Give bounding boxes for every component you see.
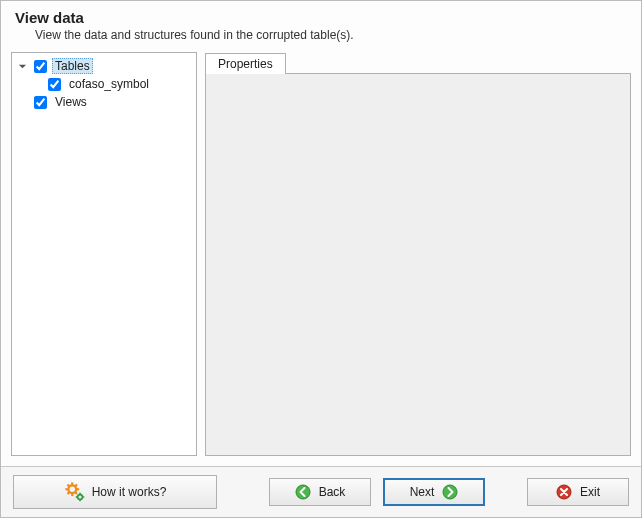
tree-node-label[interactable]: Views (52, 95, 90, 109)
right-panel: Properties (205, 52, 631, 456)
how-it-works-button[interactable]: How it works? (13, 475, 217, 509)
page-title: View data (15, 9, 627, 26)
svg-line-5 (67, 484, 69, 486)
tree-node-label[interactable]: Tables (52, 58, 93, 74)
svg-line-7 (67, 492, 69, 494)
tree-node-cofaso-symbol[interactable]: cofaso_symbol (30, 75, 194, 93)
tree-panel: Tables cofaso_symbol (11, 52, 197, 456)
footer: How it works? Back Next Exit (1, 466, 641, 517)
svg-line-8 (75, 484, 77, 486)
chevron-down-icon[interactable] (16, 62, 28, 71)
back-label: Back (319, 485, 346, 499)
checkbox-tables[interactable] (34, 60, 47, 73)
close-icon (556, 484, 572, 500)
tree-node-label[interactable]: cofaso_symbol (66, 77, 152, 91)
svg-point-14 (296, 485, 310, 499)
back-button[interactable]: Back (269, 478, 371, 506)
properties-content (205, 73, 631, 456)
svg-line-6 (75, 492, 77, 494)
next-label: Next (410, 485, 435, 499)
arrow-left-icon (295, 484, 311, 500)
svg-point-9 (77, 495, 82, 500)
arrow-right-icon (442, 484, 458, 500)
checkbox-views[interactable] (34, 96, 47, 109)
checkbox-cofaso-symbol[interactable] (48, 78, 61, 91)
header: View data View the data and structures f… (1, 1, 641, 48)
svg-point-0 (68, 485, 76, 493)
gears-icon (64, 481, 86, 503)
tree: Tables cofaso_symbol (14, 57, 194, 111)
tab-properties[interactable]: Properties (205, 53, 286, 74)
how-it-works-label: How it works? (92, 485, 167, 499)
next-button[interactable]: Next (383, 478, 485, 506)
tree-node-views[interactable]: Views (16, 93, 194, 111)
exit-label: Exit (580, 485, 600, 499)
tab-bar: Properties (205, 52, 631, 73)
page-subtitle: View the data and structures found in th… (35, 28, 627, 42)
svg-point-15 (443, 485, 457, 499)
tree-node-tables[interactable]: Tables (16, 57, 194, 75)
main-area: Tables cofaso_symbol (1, 48, 641, 466)
exit-button[interactable]: Exit (527, 478, 629, 506)
